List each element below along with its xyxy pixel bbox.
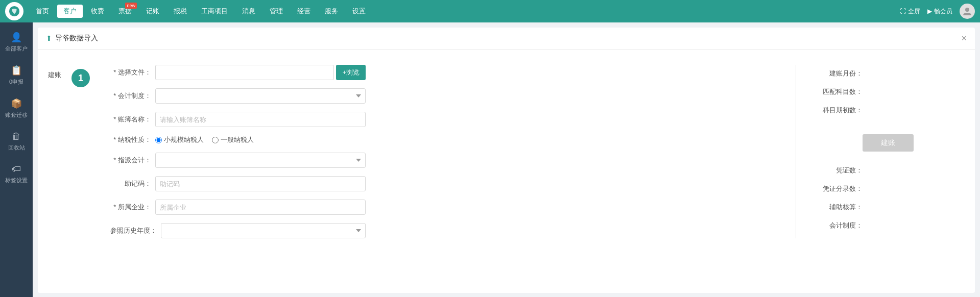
refer-year-select[interactable] bbox=[161, 223, 366, 238]
recycle-bin-icon: 🗑 bbox=[12, 131, 21, 142]
voucher-entries-label: 凭证分录数： bbox=[811, 184, 863, 193]
voucher-count-label: 凭证数： bbox=[811, 166, 863, 175]
build-account-button[interactable]: 建账 bbox=[863, 134, 914, 152]
browse-button[interactable]: +浏览 bbox=[336, 65, 366, 80]
vip-icon: ▶ bbox=[927, 8, 932, 15]
nav-menu: 首页 客户 收费 票据 new 记账 报税 工商项目 消息 管理 经营 服务 设… bbox=[30, 5, 900, 18]
nav-item-manage[interactable]: 管理 bbox=[264, 5, 289, 18]
right-actions: ⛶ 全屏 ▶ 畅会员 bbox=[900, 4, 975, 19]
form-divider bbox=[796, 65, 796, 238]
build-month-row: 建账月份： bbox=[811, 69, 965, 78]
ledger-name-label: * 账簿名称： bbox=[110, 115, 151, 124]
form-grid: * 选择文件： +浏览 * 会计制度： bbox=[110, 65, 366, 238]
sidebar-item-account-migration[interactable]: 📦 账套迁移 bbox=[0, 94, 33, 123]
build-month-label: 建账月份： bbox=[811, 69, 863, 78]
step-label: 建账 bbox=[48, 66, 61, 84]
app-body: 👤 全部客户 📋 0申报 📦 账套迁移 🗑 回收站 🏷 标签设置 ⬆ 导爷数 bbox=[0, 22, 980, 297]
accounting-system-row: * 会计制度： bbox=[110, 88, 366, 104]
account-migration-icon: 📦 bbox=[11, 98, 22, 109]
fullscreen-button[interactable]: ⛶ 全屏 bbox=[900, 7, 920, 16]
tax-nature-radio-group: 小规模纳税人 一般纳税人 bbox=[155, 135, 366, 144]
refer-year-label: 参照历史年度： bbox=[110, 226, 157, 235]
assign-accountant-select[interactable] bbox=[155, 153, 366, 168]
nav-item-operations[interactable]: 经营 bbox=[291, 5, 317, 18]
top-navigation: 首页 客户 收费 票据 new 记账 报税 工商项目 消息 管理 经营 服务 设… bbox=[0, 0, 980, 22]
file-input[interactable] bbox=[155, 65, 334, 80]
info-section: 建账月份： 匹配科目数： 科目期初数： 建账 bbox=[811, 65, 965, 238]
memo-code-row: 助记码： bbox=[110, 176, 366, 191]
all-customers-icon: 👤 bbox=[11, 32, 22, 43]
accounting-system-label: * 会计制度： bbox=[110, 91, 151, 101]
tax-nature-label: * 纳税性质： bbox=[110, 135, 151, 144]
step-circle: 1 bbox=[71, 69, 90, 87]
match-subjects-label: 匹配科目数： bbox=[811, 87, 863, 96]
aux-accounting-row: 辅助核算： bbox=[811, 203, 965, 212]
subject-period-row: 科目期初数： bbox=[811, 106, 965, 115]
subject-period-label: 科目期初数： bbox=[811, 106, 863, 115]
ledger-name-input[interactable] bbox=[155, 112, 366, 127]
nav-item-home[interactable]: 首页 bbox=[30, 5, 55, 18]
info-accounting-system-label: 会计制度： bbox=[811, 221, 863, 230]
panel-body: 建账 1 * 选择文件： +浏览 bbox=[38, 50, 975, 254]
file-row: * 选择文件： +浏览 bbox=[110, 65, 366, 80]
user-avatar[interactable] bbox=[960, 4, 975, 19]
nav-item-business[interactable]: 工商项目 bbox=[195, 5, 234, 18]
panel-header: ⬆ 导爷数据导入 × bbox=[38, 28, 975, 50]
memo-code-label: 助记码： bbox=[110, 179, 151, 188]
fullscreen-icon: ⛶ bbox=[900, 8, 906, 15]
assign-accountant-label: * 指派会计： bbox=[110, 156, 151, 165]
belong-company-input[interactable] bbox=[155, 200, 366, 215]
nav-item-settings[interactable]: 设置 bbox=[346, 5, 372, 18]
memo-code-input[interactable] bbox=[155, 176, 366, 191]
panel-title: ⬆ 导爷数据导入 bbox=[46, 34, 98, 43]
accounting-system-select[interactable] bbox=[155, 88, 366, 104]
app-logo[interactable] bbox=[5, 2, 23, 20]
sidebar-item-recycle-bin[interactable]: 🗑 回收站 bbox=[0, 127, 33, 156]
vip-button[interactable]: ▶ 畅会员 bbox=[927, 7, 952, 16]
small-taxpayer-radio[interactable] bbox=[155, 137, 162, 143]
file-input-group: +浏览 bbox=[155, 65, 366, 80]
aux-accounting-label: 辅助核算： bbox=[811, 203, 863, 212]
step-indicator: 1 bbox=[71, 65, 100, 87]
ledger-name-row: * 账簿名称： bbox=[110, 112, 366, 127]
import-panel: ⬆ 导爷数据导入 × 建账 1 bbox=[38, 28, 975, 293]
sidebar: 👤 全部客户 📋 0申报 📦 账套迁移 🗑 回收站 🏷 标签设置 bbox=[0, 22, 33, 297]
refer-year-row: 参照历史年度： bbox=[110, 223, 366, 238]
panel-close-button[interactable]: × bbox=[961, 34, 967, 43]
nav-item-fees[interactable]: 收费 bbox=[85, 5, 110, 18]
voucher-count-row: 凭证数： bbox=[811, 166, 965, 175]
file-label: * 选择文件： bbox=[110, 68, 151, 77]
general-taxpayer-option[interactable]: 一般纳税人 bbox=[212, 135, 254, 144]
main-content: ⬆ 导爷数据导入 × 建账 1 bbox=[33, 22, 980, 297]
sidebar-item-zero-report[interactable]: 📋 0申报 bbox=[0, 61, 33, 90]
nav-item-bookkeeping[interactable]: 记账 bbox=[140, 5, 165, 18]
general-taxpayer-radio[interactable] bbox=[212, 137, 219, 143]
tax-nature-row: * 纳税性质： 小规模纳税人 一般纳税人 bbox=[110, 135, 366, 144]
form-section: 建账 1 * 选择文件： +浏览 bbox=[48, 65, 780, 238]
import-icon: ⬆ bbox=[46, 34, 52, 42]
nav-item-tickets[interactable]: 票据 new bbox=[112, 5, 138, 18]
belong-company-label: * 所属企业： bbox=[110, 203, 151, 212]
belong-company-row: * 所属企业： bbox=[110, 200, 366, 215]
sidebar-item-label-settings[interactable]: 🏷 标签设置 bbox=[0, 160, 33, 188]
nav-item-tax[interactable]: 报税 bbox=[168, 5, 193, 18]
new-badge: new bbox=[125, 3, 137, 9]
match-subjects-row: 匹配科目数： bbox=[811, 87, 965, 96]
voucher-entries-row: 凭证分录数： bbox=[811, 184, 965, 193]
nav-item-messages[interactable]: 消息 bbox=[236, 5, 261, 18]
label-settings-icon: 🏷 bbox=[12, 164, 21, 175]
svg-point-1 bbox=[965, 8, 969, 12]
nav-item-customers[interactable]: 客户 bbox=[57, 5, 83, 18]
sidebar-item-all-customers[interactable]: 👤 全部客户 bbox=[0, 28, 33, 57]
zero-report-icon: 📋 bbox=[11, 65, 22, 76]
info-accounting-system-row: 会计制度： bbox=[811, 221, 965, 230]
nav-item-service[interactable]: 服务 bbox=[319, 5, 344, 18]
small-taxpayer-option[interactable]: 小规模纳税人 bbox=[155, 135, 204, 144]
assign-accountant-row: * 指派会计： bbox=[110, 153, 366, 168]
